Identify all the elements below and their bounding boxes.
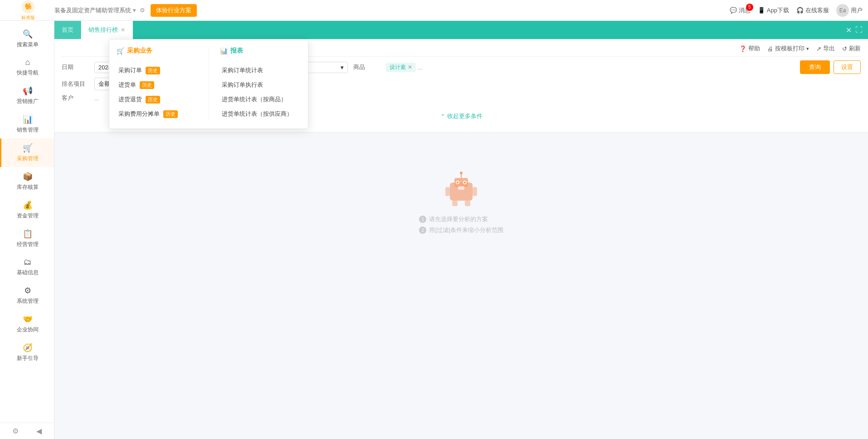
message-icon: 💬 [730,7,737,14]
topbar-right: 💬 消息 5 📱 App下载 🎧 在线客服 Ea 用户 [730,4,863,17]
empty-hint-2: 2 用[过滤]条件来缩小分析范围 [419,226,503,234]
menu-item-purchase-expense-label: 采购费用分摊单 [118,110,160,118]
svg-point-10 [460,172,463,174]
system-settings-button[interactable]: ⚙ [140,7,145,14]
coop-icon: 🤝 [23,314,33,324]
main-content: 首页 销售排行榜 ✕ ✕ ⛶ ❓ 帮助 [54,21,868,439]
sidebar-label-sales: 销售管理 [17,126,39,134]
sidebar-item-inventory[interactable]: 📦 库存核算 [0,167,54,196]
settings-button[interactable]: 设置 [834,60,861,74]
menu-item-purchase-order-badge: 历史 [146,67,160,74]
sidebar-label-guide: 新手引导 [17,355,39,362]
sidebar-label-operations: 经营管理 [17,241,39,248]
sidebar-item-system[interactable]: ⚙ 系统管理 [0,281,54,310]
print-chevron-icon: ▾ [806,46,809,52]
print-icon: 🖨 [767,45,773,52]
menu-column-reports: 📊 报表 采购订单统计表 采购订单执行表 进货单统计表（按商品） 进货单统计表（… [220,47,301,121]
user-button[interactable]: Ea 用户 [836,4,863,17]
refresh-button[interactable]: ↺ 刷新 [842,44,861,53]
user-label: 用户 [851,6,863,15]
sidebar-bottom: ⚙ ◀ [0,423,54,439]
menu-item-purchase-expense[interactable]: 采购费用分摊单 历史 [117,107,198,121]
svg-rect-11 [445,187,450,196]
date-label: 日期 [62,63,89,71]
query-button[interactable]: 查询 [800,60,830,74]
goods-tag-close[interactable]: ✕ [408,64,412,70]
sidebar-item-base-info[interactable]: 🗂 基础信息 [0,253,54,281]
menu-item-inbound-stats-goods-label: 进货单统计表（按商品） [222,95,287,104]
tab-close-button[interactable]: ✕ [121,27,125,33]
customer-filter-container: ... [94,95,99,102]
finance-icon: 💰 [23,200,33,210]
tabs-bar-right: ✕ ⛶ [846,26,868,35]
sidebar-label-base-info: 基础信息 [17,269,39,276]
sidebar-item-finance[interactable]: 💰 资金管理 [0,196,54,224]
industry-button[interactable]: 体验行业方案 [151,4,197,17]
sidebar-item-quick-nav[interactable]: ⌂ 快捷导航 [0,53,54,81]
sidebar-item-operations[interactable]: 📋 经营管理 [0,224,54,253]
help-label: 帮助 [748,44,760,53]
print-button[interactable]: 🖨 按模板打印 ▾ [767,44,809,53]
tab-sales-rank[interactable]: 销售排行榜 ✕ [81,21,133,39]
tabs-expand-button[interactable]: ⛶ [855,26,863,34]
menu-item-inbound-badge: 历史 [140,81,154,89]
message-badge: 5 [746,4,753,11]
purchase-icon: 🛒 [23,143,33,153]
empty-hint-1: 1 请先选择要分析的方案 [419,215,503,223]
menu-item-inbound[interactable]: 进货单 历史 [117,78,198,92]
message-button[interactable]: 💬 消息 5 [730,6,751,15]
topbar: 畅 标准版 装备及固定资产辅助管理系统 ▾ ⚙ 体验行业方案 💬 消息 5 📱 … [0,0,868,21]
app-download-button[interactable]: 📱 App下载 [758,6,789,15]
export-icon: ↗ [816,45,821,52]
sidebar: 🔍 搜索菜单 ⌂ 快捷导航 📢 营销推广 📊 销售管理 🛒 采购管理 📦 库存核… [0,21,54,439]
sidebar-item-coop[interactable]: 🤝 企业协同 [0,310,54,338]
goods-dots[interactable]: ... [418,64,423,71]
system-name: 装备及固定资产辅助管理系统 [54,6,131,15]
svg-rect-14 [465,201,470,206]
menu-item-purchase-order-exec[interactable]: 采购订单执行表 [220,78,301,92]
menu-item-purchase-order[interactable]: 采购订单 历史 [117,63,198,78]
sidebar-item-purchase[interactable]: 🛒 采购管理 [0,138,54,167]
tabs-close-button[interactable]: ✕ [846,26,852,35]
help-icon: ❓ [739,45,746,52]
refresh-label: 刷新 [849,44,861,53]
logo-subtext: 标准版 [21,15,35,21]
avatar: Ea [836,4,849,17]
sidebar-settings-button[interactable]: ⚙ [12,427,19,435]
menu-purchase-title: 🛒 采购业务 [117,47,198,58]
sidebar-label-inventory: 库存核算 [17,183,39,191]
menu-item-inbound-stats-supplier[interactable]: 进货单统计表（按供应商） [220,107,301,121]
system-icon: ⚙ [24,286,31,296]
logo-icon: 畅 [21,0,35,14]
menu-item-inbound-label: 进货单 [118,81,136,89]
export-button[interactable]: ↗ 导出 [816,44,835,53]
tab-home-label: 首页 [62,26,73,34]
marketing-icon: 📢 [23,86,33,96]
menu-item-purchase-order-stats[interactable]: 采购订单统计表 [220,63,301,78]
menu-reports-icon: 📊 [220,47,228,54]
sidebar-item-guide[interactable]: 🧭 新手引导 [0,338,54,367]
customer-dots[interactable]: ... [94,95,99,102]
menu-item-purchase-order-stats-label: 采购订单统计表 [222,66,263,74]
sidebar-item-marketing[interactable]: 📢 营销推广 [0,81,54,110]
help-button[interactable]: ❓ 帮助 [739,44,760,53]
goods-tag-text: 设计素 [390,64,406,71]
sidebar-collapse-button[interactable]: ◀ [36,427,42,435]
main-layout: 🔍 搜索菜单 ⌂ 快捷导航 📢 营销推广 📊 销售管理 🛒 采购管理 📦 库存核… [0,21,868,439]
query-buttons: 查询 设置 [800,60,861,74]
menu-item-inbound-stats-supplier-label: 进货单统计表（按供应商） [222,110,293,118]
sidebar-label-finance: 资金管理 [17,212,39,220]
goods-filter-container: 设计素 ✕ ... [386,63,423,72]
online-service-button[interactable]: 🎧 在线客服 [796,6,829,15]
purchase-dropdown-menu: 🛒 采购业务 采购订单 历史 进货单 历史 进货退货 历史 采购费用分摊单 [109,39,308,129]
sidebar-item-sales[interactable]: 📊 销售管理 [0,110,54,138]
menu-item-inbound-return[interactable]: 进货退货 历史 [117,92,198,107]
export-label: 导出 [823,44,835,53]
system-dropdown-button[interactable]: ▾ [133,7,136,14]
collapse-button[interactable]: ⌃ 收起更多条件 [440,109,483,124]
tab-home[interactable]: 首页 [54,21,81,39]
sidebar-item-search[interactable]: 🔍 搜索菜单 [0,25,54,53]
menu-item-inbound-stats-goods[interactable]: 进货单统计表（按商品） [220,92,301,107]
print-label: 按模板打印 [775,44,805,53]
collapse-label: 收起更多条件 [447,112,483,120]
